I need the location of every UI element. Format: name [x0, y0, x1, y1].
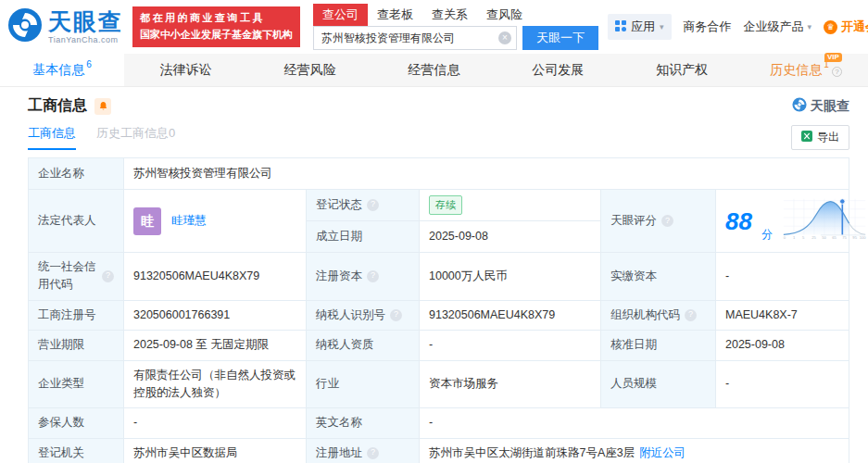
search-button[interactable]: 天眼一下 — [522, 26, 598, 50]
top-bar: 天眼查 TianYanCha.com 都在用的商业查询工具 国家中小企业发展子基… — [0, 0, 868, 54]
reg-address-value: 苏州市吴中区太湖街道前珠路7号A座3层 — [429, 444, 635, 462]
chevron-down-icon: ▾ — [808, 22, 812, 31]
establish-date-value: 2025-09-08 — [420, 221, 601, 253]
credit-code-value: 91320506MAEU4K8X79 — [124, 253, 307, 300]
tianyancha-logo[interactable]: 天眼查 TianYanCha.com — [7, 7, 123, 46]
main-content: 工商信息 天眼查 工商信息 历史工商信息0 — [0, 87, 868, 463]
legal-rep-label: 法定代表人 — [29, 190, 124, 252]
help-icon[interactable]: ? — [367, 199, 379, 211]
table-row: 法定代表人 眭 眭瑾慧 登记状态 ? 存续 成立日期 2025-09-08 天眼… — [29, 190, 849, 253]
tianyancha-watermark: 天眼查 — [792, 97, 849, 115]
english-name-label: 英文名称 — [307, 408, 420, 437]
help-icon[interactable]: ? — [685, 309, 697, 321]
subtab-business-info[interactable]: 工商信息 — [28, 125, 76, 150]
tab-count: 6 — [86, 59, 92, 69]
help-icon[interactable]: ? — [661, 215, 673, 227]
score-distribution-chart: 0 1 5 25 50 65 75 95 100 — [782, 196, 867, 244]
clear-icon[interactable]: × — [498, 31, 511, 44]
company-name-value: 苏州智核投资管理有限公司 — [124, 158, 849, 189]
svg-text:1: 1 — [793, 235, 796, 239]
tab-history-info[interactable]: 历史信息 1 VIP ? — [744, 54, 868, 86]
tab-operation-info[interactable]: 经营信息 — [372, 54, 497, 86]
logo-domain: TianYanCha.com — [48, 36, 123, 44]
banner-line2: 国家中小企业发展子基金旗下机构 — [140, 27, 293, 44]
taxpayer-id-label: 纳税人识别号 ? — [307, 301, 420, 330]
business-term-value: 2025-09-08 至 无固定期限 — [124, 331, 307, 359]
legal-rep-cell: 眭 眭瑾慧 — [124, 190, 307, 252]
tab-label: 历史信息 — [770, 62, 822, 79]
banner-line1: 都在用的商业查询工具 — [140, 10, 293, 27]
tab-company-development[interactable]: 公司发展 — [496, 54, 620, 86]
approval-date-value: 2025-09-08 — [716, 331, 849, 359]
score-cell[interactable]: 88 分 — [716, 190, 868, 252]
table-row: 营业期限 2025-09-08 至 无固定期限 纳税人资质 - 核准日期 202… — [29, 331, 849, 360]
insured-count-value: - — [124, 408, 307, 437]
tab-label: 基本信息 — [32, 62, 84, 79]
paid-capital-value: - — [716, 253, 849, 300]
tianyancha-logo-icon — [7, 7, 43, 46]
table-row: 企业类型 有限责任公司（非自然人投资或控股的法人独资） 行业 资本市场服务 人员… — [29, 361, 849, 409]
table-row: 统一社会信用代码 ? 91320506MAEU4K8X79 注册资本 ? 100… — [29, 253, 849, 301]
search-tab-relation[interactable]: 查关系 — [422, 4, 477, 26]
legal-rep-link[interactable]: 眭瑾慧 — [171, 212, 207, 230]
svg-text:65: 65 — [832, 235, 837, 239]
nearby-companies-link[interactable]: 附近公司 — [639, 444, 686, 462]
tab-label: 知识产权 — [656, 62, 708, 79]
watermark-text: 天眼查 — [811, 98, 849, 115]
top-menu: 应用 ▾ 商务合作 企业级产品 ▾ ♛ 开通会员 ▾ 费米 ▾ — [608, 14, 868, 40]
vip-badge: VIP — [824, 53, 842, 62]
tab-operation-risk[interactable]: 经营风险 — [248, 54, 372, 86]
subtab-history-business-info[interactable]: 历史工商信息0 — [96, 125, 175, 150]
business-cooperation-link[interactable]: 商务合作 — [684, 19, 732, 35]
reg-address-label: 注册地址 ? — [307, 439, 420, 463]
search-input[interactable] — [313, 26, 517, 50]
reg-number-label: 工商注册号 — [29, 301, 124, 330]
search-tab-risk[interactable]: 查风险 — [477, 4, 532, 26]
enterprise-product-label: 企业级产品 — [744, 19, 804, 35]
reg-status-cell: 存续 — [420, 190, 601, 221]
help-icon[interactable]: ? — [390, 309, 402, 321]
svg-text:95: 95 — [852, 235, 857, 239]
establish-date-label: 成立日期 — [307, 221, 420, 253]
org-code-label: 组织机构代码 ? — [601, 301, 716, 330]
industry-label: 行业 — [307, 361, 420, 408]
enterprise-product-menu[interactable]: 企业级产品 ▾ — [744, 19, 812, 35]
section-title: 工商信息 — [28, 96, 87, 116]
search-tab-boss[interactable]: 查老板 — [368, 4, 422, 26]
company-nav-tabs: 基本信息 6 法律诉讼 经营风险 经营信息 公司发展 知识产权 历史信息 1 V… — [0, 54, 868, 87]
tab-label: 经营风险 — [284, 62, 336, 79]
paid-capital-label: 实缴资本 — [601, 253, 716, 300]
staff-size-label: 人员规模 — [601, 361, 716, 408]
reg-number-value: 320506001766391 — [124, 301, 307, 330]
help-icon[interactable]: ? — [367, 447, 379, 459]
svg-text:100: 100 — [860, 235, 867, 239]
help-icon[interactable]: ? — [102, 270, 114, 282]
table-row: 参保人数 - 英文名称 - — [29, 408, 849, 438]
subscribe-bell-icon[interactable] — [94, 98, 111, 115]
avatar[interactable]: 眭 — [133, 207, 161, 235]
tab-legal-litigation[interactable]: 法律诉讼 — [124, 54, 248, 86]
reg-status-label: 登记状态 ? — [307, 190, 420, 221]
help-icon[interactable]: ? — [832, 67, 842, 77]
apps-menu[interactable]: 应用 ▾ — [608, 14, 672, 40]
score-value: 88 — [725, 209, 752, 233]
apps-grid-icon — [615, 20, 626, 34]
tab-intellectual-property[interactable]: 知识产权 — [620, 54, 744, 86]
reg-capital-value: 10000万人民币 — [420, 253, 601, 300]
open-vip-menu[interactable]: ♛ 开通会员 ▾ — [824, 19, 868, 35]
export-button[interactable]: 导出 — [791, 125, 849, 150]
help-icon[interactable]: ? — [367, 270, 379, 282]
reg-authority-label: 登记机关 — [29, 439, 124, 463]
apps-label: 应用 — [631, 19, 655, 35]
search-tab-company[interactable]: 查公司 — [313, 4, 368, 26]
excel-icon — [801, 131, 812, 144]
insured-count-label: 参保人数 — [29, 408, 124, 437]
svg-text:0: 0 — [784, 235, 786, 239]
tab-label: 法律诉讼 — [160, 62, 212, 79]
tab-basic-info[interactable]: 基本信息 6 — [0, 54, 124, 86]
status-badge: 存续 — [429, 195, 462, 215]
open-vip-label: 开通会员 — [841, 19, 868, 35]
company-type-label: 企业类型 — [29, 361, 124, 408]
approval-date-label: 核准日期 — [601, 331, 716, 359]
business-term-label: 营业期限 — [29, 331, 124, 359]
